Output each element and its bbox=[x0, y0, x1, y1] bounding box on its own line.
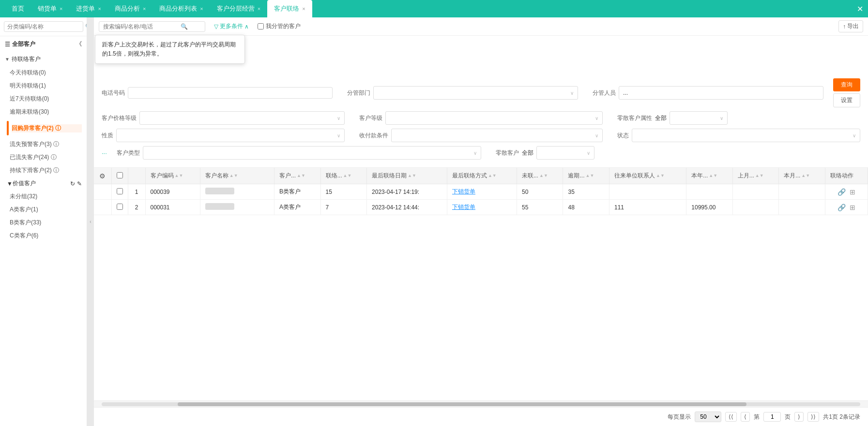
nav-tab-sales[interactable]: 销货单 × bbox=[31, 0, 69, 17]
sidebar-collapse-icon[interactable]: 《 bbox=[76, 40, 82, 48]
th-grade-sort[interactable]: ▲▼ bbox=[297, 174, 305, 178]
filter-status-select[interactable]: ∨ bbox=[632, 129, 860, 142]
filter-customer-type-select[interactable]: ∨ bbox=[143, 146, 481, 160]
th-overdue-sort[interactable]: ▲▼ bbox=[585, 174, 594, 178]
next-page-btn[interactable]: ⟩ bbox=[794, 412, 804, 422]
toolbar-search-icon[interactable]: 🔍 bbox=[181, 23, 188, 30]
nav-tab-analysis[interactable]: 商品分析 × bbox=[108, 0, 152, 17]
row2-checkbox[interactable] bbox=[117, 204, 123, 210]
filter-payment-select[interactable]: ∨ bbox=[391, 129, 602, 142]
nav-tab-customer-tier-close[interactable]: × bbox=[258, 6, 260, 12]
query-button[interactable]: 查询 bbox=[833, 78, 860, 91]
nav-tab-analysis-list[interactable]: 商品分析列表 × bbox=[152, 0, 210, 17]
row1-checkbox[interactable] bbox=[117, 188, 123, 194]
row1-grid-icon[interactable]: ⊞ bbox=[850, 188, 855, 196]
setting-button[interactable]: 设置 bbox=[833, 93, 860, 107]
row1-last-date: 2023-04-17 14:19: bbox=[367, 184, 447, 200]
row1-link-icon[interactable]: 🔗 bbox=[838, 188, 846, 196]
filter-price-grade-select[interactable]: ∨ bbox=[139, 111, 345, 125]
th-contact-count-sort[interactable]: ▲▼ bbox=[343, 174, 352, 178]
th-no-contact-sort[interactable]: ▲▼ bbox=[539, 174, 548, 178]
scrollbar-track[interactable] bbox=[102, 402, 860, 406]
last-page-btn[interactable]: ⟩⟩ bbox=[807, 412, 819, 422]
sidebar-item-7days[interactable]: 近7天待联络(0) bbox=[0, 92, 87, 105]
first-page-btn[interactable]: ⟨⟨ bbox=[725, 412, 737, 422]
toolbar: 🔍 ▽ 更多条件 ∧ 我分管的客户 ↑ 导出 bbox=[94, 17, 868, 36]
th-code-sort[interactable]: ▲▼ bbox=[175, 174, 183, 178]
nav-tab-customer-contact-close[interactable]: × bbox=[302, 6, 305, 12]
th-this-year-sort[interactable]: ▲▼ bbox=[709, 174, 717, 178]
filter-ellipsis-btn[interactable]: ··· bbox=[102, 149, 107, 157]
edit-icon[interactable]: ✎ bbox=[77, 180, 82, 187]
filter-retail-attr-select[interactable]: ∨ bbox=[670, 111, 728, 125]
row2-settings bbox=[94, 200, 111, 215]
sidebar-item-tomorrow[interactable]: 明天待联络(1) bbox=[0, 79, 87, 92]
filter-retail-attr-arrow: ∨ bbox=[720, 116, 723, 121]
row2-last-method-link[interactable]: 下销货单 bbox=[452, 204, 475, 210]
export-btn[interactable]: ↑ 导出 bbox=[838, 20, 863, 32]
th-last-date-sort[interactable]: ▲▼ bbox=[408, 174, 416, 178]
filter-retail-customer-select[interactable]: ∨ bbox=[536, 146, 594, 160]
filter-btn[interactable]: ▽ 更多条件 ∧ bbox=[210, 21, 253, 32]
nav-tab-home[interactable]: 首页 bbox=[5, 0, 31, 17]
sidebar-item-churn-warning[interactable]: 流失预警客户(3) ⓘ bbox=[0, 138, 87, 151]
sidebar-all-customers[interactable]: ☰ 全部客户 《 bbox=[0, 36, 87, 52]
filter-retail-customer: 零散客户 全部 ∨ bbox=[496, 146, 860, 160]
sidebar-item-today[interactable]: 今天待联络(0) bbox=[0, 66, 87, 79]
sidebar-item-class-c[interactable]: C类客户(6) bbox=[0, 229, 87, 242]
filter-customer-grade: 客户等级 ∨ bbox=[359, 111, 602, 125]
sidebar-item-class-b[interactable]: B类客户(33) bbox=[0, 216, 87, 229]
my-customer-checkbox[interactable] bbox=[258, 23, 264, 29]
sidebar-item-churned[interactable]: 已流失客户(24) ⓘ bbox=[0, 151, 87, 164]
select-all-checkbox[interactable] bbox=[117, 172, 123, 178]
nav-tab-analysis-list-close[interactable]: × bbox=[200, 6, 203, 12]
row1-last-method-link[interactable]: 下销货单 bbox=[452, 188, 475, 195]
th-this-month-sort[interactable]: ▲▼ bbox=[801, 174, 810, 178]
sidebar-item-repurchase-anomaly[interactable]: 回购异常客户(2) ⓘ bbox=[12, 124, 82, 132]
filter-person-select[interactable]: ... bbox=[619, 86, 823, 100]
filter-customer-type-label: 客户类型 bbox=[117, 149, 143, 157]
filter-nature-select[interactable]: ∨ bbox=[116, 129, 345, 142]
row2-this-year: 10995.00 bbox=[686, 200, 733, 215]
refresh-icon[interactable]: ↻ bbox=[70, 180, 75, 187]
sidebar-item-overdue[interactable]: 逾期未联络(30) bbox=[0, 105, 87, 118]
row2-link-icon[interactable]: 🔗 bbox=[838, 204, 846, 211]
th-contact-person-sort[interactable]: ▲▼ bbox=[656, 174, 665, 178]
per-page-select[interactable]: 50 100 200 bbox=[695, 411, 721, 422]
sidebar-collapse-handle[interactable]: ‹ bbox=[87, 17, 94, 426]
search-input[interactable] bbox=[103, 23, 181, 30]
settings-gear-icon[interactable]: ⚙ bbox=[99, 172, 106, 180]
sidebar-group-value[interactable]: ▼ 价值客户 ↻ ✎ bbox=[0, 177, 87, 190]
filter-dept-arrow: ∨ bbox=[570, 90, 574, 96]
filter-phone-input[interactable] bbox=[128, 87, 333, 99]
row1-name-blurred bbox=[205, 188, 234, 194]
page-number-input[interactable] bbox=[763, 412, 781, 422]
sidebar-search-input[interactable] bbox=[4, 21, 83, 32]
sidebar-group-pending[interactable]: ▼ 待联络客户 bbox=[0, 52, 87, 66]
sidebar-item-declining[interactable]: 持续下滑客户(2) ⓘ bbox=[0, 164, 87, 177]
sidebar-item-ungrouped[interactable]: 未分组(32) bbox=[0, 190, 87, 203]
my-customer-checkbox-area[interactable]: 我分管的客户 bbox=[258, 22, 301, 30]
nav-tab-customer-tier[interactable]: 客户分层经营 × bbox=[210, 0, 267, 17]
filter-customer-grade-select[interactable]: ∨ bbox=[385, 111, 602, 125]
filter-payment-arrow: ∨ bbox=[595, 133, 598, 138]
nav-tab-customer-contact[interactable]: 客户联络 × bbox=[267, 0, 312, 17]
nav-tab-sales-close[interactable]: × bbox=[60, 6, 62, 12]
horizontal-scrollbar bbox=[94, 400, 868, 407]
prev-page-btn[interactable]: ⟨ bbox=[741, 412, 750, 422]
th-last-month-sort[interactable]: ▲▼ bbox=[755, 174, 764, 178]
nav-tab-purchase[interactable]: 进货单 × bbox=[69, 0, 107, 17]
window-close-button[interactable]: ✕ bbox=[857, 4, 863, 14]
nav-tab-analysis-label: 商品分析 bbox=[115, 4, 140, 13]
row1-settings bbox=[94, 184, 111, 200]
pending-arrow-icon: ▼ bbox=[5, 57, 10, 62]
filter-dept-select[interactable]: ∨ bbox=[373, 86, 578, 100]
row2-grid-icon[interactable]: ⊞ bbox=[850, 204, 855, 211]
filter-customer-grade-label: 客户等级 bbox=[359, 114, 385, 122]
nav-tab-analysis-close[interactable]: × bbox=[143, 6, 146, 12]
row2-this-month bbox=[779, 200, 825, 215]
th-last-method-sort[interactable]: ▲▼ bbox=[488, 174, 497, 178]
nav-tab-purchase-close[interactable]: × bbox=[98, 6, 101, 12]
th-name-sort[interactable]: ▲▼ bbox=[229, 174, 238, 178]
sidebar-item-class-a[interactable]: A类客户(1) bbox=[0, 203, 87, 216]
